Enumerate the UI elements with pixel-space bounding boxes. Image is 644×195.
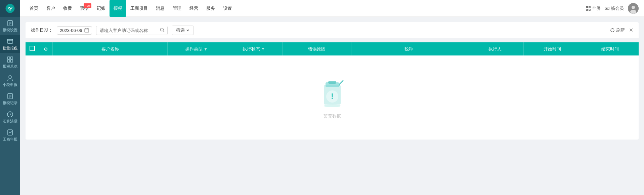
- col-label-error_reason: 错误原因: [308, 46, 326, 51]
- filter-button[interactable]: 筛选: [172, 26, 194, 35]
- column-settings-icon[interactable]: ⚙: [44, 46, 48, 52]
- select-all-checkbox[interactable]: [30, 46, 35, 51]
- svg-point-30: [630, 10, 636, 14]
- sidebar: 报税设置批量报税报税总览个税申报报税记录汇算清缴工商年报: [0, 0, 20, 195]
- play-icon: [605, 6, 609, 11]
- svg-marker-38: [262, 48, 264, 50]
- nav-label-shoufei: 收费: [63, 5, 72, 11]
- nav-item-guanli[interactable]: 管理: [169, 0, 185, 17]
- col-header-checkbox: [26, 42, 39, 55]
- sidebar-label-baoshui-jilu: 报税记录: [3, 101, 17, 105]
- page-content: 操作日期： 2023-06-06: [20, 17, 644, 195]
- svg-rect-10: [10, 57, 13, 59]
- search-wrapper: [96, 26, 168, 35]
- data-table: ⚙客户名称操作类型 执行状态 错误原因税种执行人开始时间结束时间: [26, 42, 639, 55]
- nav-label-jishu: 记账: [97, 5, 105, 11]
- toolbar-right: 刷新 ✕: [610, 27, 633, 33]
- col-label-start_time: 开始时间: [544, 46, 561, 51]
- sidebar-label-gongshang-nianbao: 工商年报: [3, 137, 17, 142]
- nav-label-fuwu: 服务: [206, 5, 215, 11]
- fullscreen-button[interactable]: 全屏: [586, 5, 601, 11]
- svg-rect-31: [85, 29, 89, 32]
- nav-label-jingying: 经营: [189, 5, 198, 11]
- search-input[interactable]: [96, 27, 157, 34]
- sidebar-item-geshui-shenbao[interactable]: 个税申报: [0, 72, 20, 90]
- chevron-down-icon: [186, 29, 189, 32]
- member-button[interactable]: 畅会员: [605, 5, 624, 11]
- nav-item-baoshui[interactable]: 报税: [110, 0, 126, 17]
- sidebar-logo[interactable]: [0, 0, 20, 17]
- filter-icon-operation_type: [204, 47, 207, 51]
- nav-item-fuwu[interactable]: 服务: [202, 0, 219, 17]
- nav-item-gongshang-xiangmu[interactable]: 工商项目: [126, 0, 152, 17]
- sidebar-label-geshui-shenbao: 个税申报: [3, 83, 17, 87]
- svg-rect-23: [589, 6, 590, 8]
- search-icon: [160, 28, 165, 32]
- col-header-customer_name: 客户名称: [53, 42, 168, 55]
- nav-badge-piao: new: [84, 3, 91, 8]
- calendar-icon: [84, 28, 89, 33]
- nav-label-gongshang-xiangmu: 工商项目: [130, 5, 148, 11]
- svg-point-13: [9, 76, 11, 78]
- sidebar-label-baoshui-shezhi: 报税设置: [3, 28, 17, 32]
- search-button[interactable]: [157, 26, 167, 35]
- svg-rect-11: [7, 60, 10, 62]
- filter-label: 筛选: [176, 27, 185, 33]
- sidebar-item-baoshui-shezhi[interactable]: 报税设置: [0, 17, 20, 35]
- sidebar-item-baoshui-zonglam[interactable]: 报税总览: [0, 53, 20, 71]
- col-header-start_time: 开始时间: [524, 42, 581, 55]
- svg-rect-12: [10, 60, 13, 62]
- nav-item-shezhi[interactable]: 设置: [219, 0, 236, 17]
- baoshui-shezhi-icon: [6, 20, 14, 27]
- refresh-button[interactable]: 刷新: [610, 27, 625, 33]
- user-avatar[interactable]: [628, 3, 639, 14]
- svg-point-35: [160, 28, 163, 31]
- svg-line-36: [163, 31, 164, 32]
- nav-item-jishu[interactable]: 记账: [93, 0, 110, 17]
- col-label-operation_type: 操作类型: [185, 46, 207, 51]
- sidebar-item-gongshang-nianbao[interactable]: 工商年报: [0, 126, 20, 144]
- col-header-execution_status: 执行状态: [225, 42, 283, 55]
- nav-item-customer[interactable]: 客户: [42, 0, 59, 17]
- table-header: ⚙客户名称操作类型 执行状态 错误原因税种执行人开始时间结束时间: [26, 42, 639, 55]
- main-area: 首页客户收费票据new记账报税工商项目消息管理经营服务设置 全屏 畅会员: [20, 0, 644, 195]
- col-label-customer_name: 客户名称: [101, 46, 119, 51]
- col-header-end_time: 结束时间: [581, 42, 639, 55]
- svg-rect-6: [7, 39, 13, 43]
- nav-item-shoufei[interactable]: 收费: [59, 0, 76, 17]
- date-label: 操作日期：: [31, 27, 53, 33]
- empty-state: ! 暂无数据: [26, 55, 639, 140]
- baoshui-zonglam-icon: [6, 56, 14, 63]
- topnav: 首页客户收费票据new记账报税工商项目消息管理经营服务设置 全屏 畅会员: [20, 0, 644, 17]
- col-header-executor: 执行人: [466, 42, 524, 55]
- svg-rect-25: [589, 9, 590, 10]
- close-button[interactable]: ✕: [629, 28, 633, 33]
- svg-rect-9: [7, 57, 10, 59]
- empty-illustration: !: [315, 76, 349, 109]
- nav-item-jingying[interactable]: 经营: [185, 0, 202, 17]
- fullscreen-icon: [586, 6, 591, 11]
- svg-point-1: [9, 9, 11, 11]
- svg-rect-22: [586, 6, 588, 8]
- sidebar-item-piliang-baoshui[interactable]: 批量报税: [0, 35, 20, 53]
- col-header-settings: ⚙: [39, 42, 53, 55]
- nav-item-piao[interactable]: 票据new: [76, 0, 93, 17]
- baoshui-jilu-icon: [6, 92, 14, 100]
- svg-point-46: [324, 105, 341, 107]
- refresh-label: 刷新: [616, 27, 625, 33]
- svg-rect-41: [328, 81, 336, 84]
- col-label-end_time: 结束时间: [601, 46, 619, 51]
- nav-item-homepage[interactable]: 首页: [26, 0, 42, 17]
- nav-label-baoshui: 报税: [114, 5, 122, 11]
- nav-label-homepage: 首页: [30, 5, 38, 11]
- toolbar: 操作日期： 2023-06-06: [26, 22, 639, 38]
- nav-label-shezhi: 设置: [223, 5, 232, 11]
- sidebar-item-huisuan-jiaona[interactable]: 汇算清缴: [0, 108, 20, 126]
- sidebar-label-huisuan-jiaona: 汇算清缴: [3, 119, 17, 123]
- col-header-operation_type: 操作类型: [168, 42, 225, 55]
- nav-item-xiaoxi[interactable]: 消息: [152, 0, 169, 17]
- sidebar-item-baoshui-jilu[interactable]: 报税记录: [0, 90, 20, 108]
- col-label-executor: 执行人: [488, 46, 502, 51]
- geshui-shenbao-icon: [6, 74, 14, 82]
- date-input[interactable]: 2023-06-06: [57, 26, 92, 35]
